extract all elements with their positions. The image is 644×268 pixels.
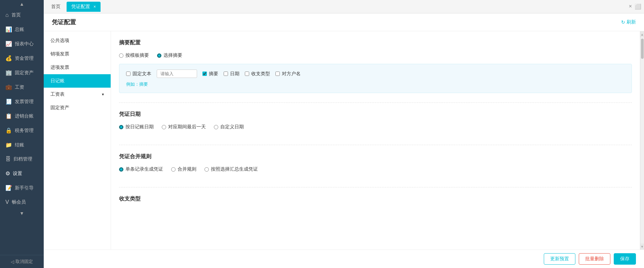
radio-custom-date[interactable]: 自定义日期 [214,124,244,130]
radio-period-last-day-input[interactable] [162,125,166,129]
sidebar-item-purchase-sales[interactable]: 📋 进销台账 [0,109,44,123]
tab-close-icon[interactable]: × [93,4,96,9]
sidebar-item-funds[interactable]: 💰 资金管理 [0,51,44,65]
main-area: 首页 凭证配置 × × ⬜ 凭证配置 ↻ 刷新 公共选项 [44,0,644,268]
pin-icon: ◁ [11,259,14,264]
left-nav-payroll-sheet[interactable]: 工资表 ▾ [44,88,111,101]
save-button[interactable]: 保存 [614,253,636,265]
sidebar-scroll-down[interactable]: ▼ [0,209,44,217]
sidebar-item-assets[interactable]: 🏢 固定资产 [0,65,44,80]
reports-icon: 📈 [5,41,12,47]
left-nav: 公共选项 销项发票 进项发票 日记账 工资表 ▾ 固定资产 [44,31,111,250]
summary-config-title: 摘要配置 [119,39,632,46]
left-nav-public[interactable]: 公共选项 [44,34,111,47]
radio-custom-date-input[interactable] [214,125,218,129]
tab-active-label: 凭证配置 [71,4,90,10]
refresh-button[interactable]: ↻ 刷新 [621,19,636,25]
checkbox-fixed-text-input[interactable] [126,72,130,76]
payroll-icon: 💼 [5,84,12,90]
sidebar-bottom: ◁ 取消固定 [0,255,44,268]
merge-rules-title: 凭证合并规则 [119,153,632,160]
vip-icon: V [5,199,9,205]
radio-journal-date[interactable]: 按日记账日期 [119,124,154,130]
tab-voucher-config[interactable]: 凭证配置 × [67,2,101,12]
radio-aggregate-input[interactable] [204,167,209,172]
scroll-down-button[interactable]: ▼ [640,243,644,250]
merge-rules-section: 凭证合并规则 单条记录生成凭证 合并规则 [119,153,632,187]
sidebar-toggle[interactable]: ◁ 取消固定 [0,255,44,268]
close-account-icon: 📁 [5,142,12,148]
summary-config-box: 固定文本 摘要 日期 [119,64,632,93]
example-text: 例如：摘要 [126,81,625,87]
checkbox-income-type[interactable]: 收支类型 [245,71,270,77]
home-icon: ⌂ [5,12,9,18]
merge-rules-radio-group: 单条记录生成凭证 合并规则 按照选择汇总生成凭证 [119,166,632,172]
sidebar-item-close[interactable]: 📁 结账 [0,138,44,152]
sidebar-item-vip[interactable]: V 畅会员 [0,195,44,209]
checkbox-date[interactable]: 日期 [224,71,239,77]
guide-icon: 📝 [5,185,12,191]
checkbox-counterpart-input[interactable] [275,72,280,76]
refresh-icon: ↻ [621,19,625,25]
window-resize-icon[interactable]: ⬜ [635,3,641,10]
voucher-date-section: 凭证日期 按日记账日期 对应期间最后一天 [119,111,632,145]
sidebar-item-reports[interactable]: 📈 报表中心 [0,37,44,51]
page-header: 凭证配置 ↻ 刷新 [44,13,644,31]
checkbox-fixed-text[interactable]: 固定文本 [126,71,151,77]
update-preview-button[interactable]: 更新预置 [544,253,575,265]
sidebar-item-settings[interactable]: ⚙ 设置 [0,166,44,181]
left-nav-fixed-assets[interactable]: 固定资产 [44,101,111,115]
scroll-thumb[interactable] [641,39,644,59]
radio-single-record[interactable]: 单条记录生成凭证 [119,166,163,172]
purchase-sales-icon: 📋 [5,113,12,119]
fixed-text-input[interactable] [157,70,197,78]
checkbox-income-type-input[interactable] [245,72,249,76]
left-nav-purchase-invoice[interactable]: 进项发票 [44,61,111,74]
radio-single-record-input[interactable] [119,167,123,172]
window-close-icon[interactable]: × [629,3,632,10]
radio-period-last-day[interactable]: 对应期间最后一天 [162,124,206,130]
outer-scrollbar: ▲ ▼ [640,31,644,250]
radio-aggregate[interactable]: 按照选择汇总生成凭证 [204,166,258,172]
right-panel: 摘要配置 按模板摘要 选择摘要 [111,31,640,250]
assets-icon: 🏢 [5,70,12,76]
left-nav-journal[interactable]: 日记账 [44,74,111,88]
radio-template-summary[interactable]: 按模板摘要 [119,52,149,58]
batch-delete-button[interactable]: 批量删除 [579,253,610,265]
sidebar-item-payroll[interactable]: 💼 工资 [0,80,44,94]
radio-select-summary[interactable]: 选择摘要 [157,52,182,58]
checkbox-counterpart[interactable]: 对方户名 [275,71,301,77]
page-title: 凭证配置 [52,18,76,26]
invoice-mgmt-icon: 🧾 [5,98,12,105]
sidebar-item-tax[interactable]: 🔒 税务管理 [0,123,44,138]
settings-icon: ⚙ [5,170,10,177]
sidebar-item-archive[interactable]: 🗄 归档管理 [0,152,44,166]
radio-merge-rule[interactable]: 合并规则 [171,166,196,172]
radio-journal-date-input[interactable] [119,125,123,129]
tab-home-label: 首页 [51,4,61,10]
radio-select-summary-input[interactable] [157,53,161,58]
sidebar-item-guide[interactable]: 📝 新手引导 [0,181,44,195]
left-nav-sales-invoice[interactable]: 销项发票 [44,47,111,61]
summary-config-section: 摘要配置 按模板摘要 选择摘要 [119,39,632,103]
tab-controls: × ⬜ [629,3,641,10]
checkbox-summary[interactable]: 摘要 [202,71,218,77]
radio-template-summary-input[interactable] [119,53,123,58]
radio-merge-rule-input[interactable] [171,167,176,172]
ledger-icon: 📊 [5,26,12,33]
tab-home[interactable]: 首页 [46,2,65,12]
income-type-title: 收支类型 [119,195,632,203]
scroll-up-button[interactable]: ▲ [640,31,644,37]
tab-bar: 首页 凭证配置 × × ⬜ [44,0,644,13]
sidebar-item-home[interactable]: ⌂ 首页 [0,8,44,22]
voucher-date-radio-group: 按日记账日期 对应期间最后一天 自定义日期 [119,124,632,130]
voucher-date-title: 凭证日期 [119,111,632,118]
checkbox-date-input[interactable] [224,72,228,76]
checkbox-summary-input[interactable] [202,72,207,76]
page-content: 凭证配置 ↻ 刷新 公共选项 销项发票 进项发票 日记账 [44,13,644,268]
sidebar-scroll-up[interactable]: ▲ [0,0,44,8]
income-type-section: 收支类型 [119,195,632,218]
sidebar-item-invoice-mgmt[interactable]: 🧾 发票管理 [0,94,44,109]
chevron-down-icon: ▾ [102,92,104,97]
sidebar-item-ledger[interactable]: 📊 总账 [0,22,44,37]
